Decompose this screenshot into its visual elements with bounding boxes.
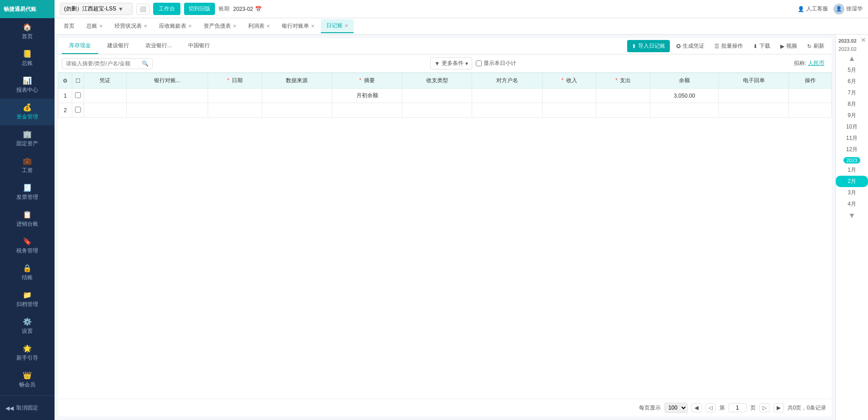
- content-area: 库存现金 建设银行 农业银行... 中国银行 ⬆ 导入日记账: [55, 35, 868, 420]
- tab-ar[interactable]: 应收账龄表 ✕: [154, 20, 197, 33]
- date-panel-close[interactable]: ✕: [861, 36, 866, 44]
- row1-expense: [596, 89, 650, 103]
- tab-journal[interactable]: 日记账 ✕: [321, 19, 354, 33]
- sidebar-item-salary[interactable]: 💼 工资: [0, 152, 55, 179]
- currency-value[interactable]: 人民币: [808, 59, 824, 67]
- filter-button[interactable]: ▼ 更多条件 ▾: [430, 57, 472, 69]
- subtab-cash[interactable]: 库存现金: [62, 38, 98, 54]
- month-9[interactable]: 9月: [836, 110, 868, 121]
- refresh-button[interactable]: ↻ 刷新: [803, 40, 828, 52]
- sidebar-item-tax[interactable]: 🔖 税务管理: [0, 232, 55, 259]
- company-selector[interactable]: (勿删）江西超宝-LSS ▼: [60, 3, 133, 15]
- download-button[interactable]: ⬇ 下载: [749, 40, 774, 52]
- month-7[interactable]: 7月: [836, 87, 868, 99]
- month-2[interactable]: 2月: [836, 176, 868, 187]
- gen-voucher-button[interactable]: ✪ 生成凭证: [673, 40, 708, 52]
- tab-bank-reconcile-label: 银行对账单: [282, 22, 309, 30]
- month-1[interactable]: 1月: [836, 164, 868, 176]
- month-8[interactable]: 8月: [836, 99, 868, 110]
- sidebar-item-home[interactable]: 🏠 首页: [0, 18, 55, 45]
- sidebar-item-reports[interactable]: 📊 报表中心: [0, 72, 55, 99]
- tab-bank-reconcile-close[interactable]: ✕: [311, 24, 314, 29]
- tab-ledger[interactable]: 总账 ✕: [81, 20, 108, 33]
- workspace-button[interactable]: 工作台: [153, 3, 180, 15]
- month-5[interactable]: 5月: [836, 64, 868, 76]
- switch-old-button[interactable]: 切到旧版: [184, 3, 215, 15]
- year-2023[interactable]: 2023: [843, 157, 860, 163]
- sidebar-item-fund[interactable]: 💰 资金管理: [0, 99, 55, 125]
- service-icon: 👤: [798, 6, 804, 12]
- month-6[interactable]: 6月: [836, 76, 868, 87]
- tab-assets-close[interactable]: ✕: [233, 24, 236, 29]
- row1-check[interactable]: [72, 89, 84, 103]
- last-page-button[interactable]: ▶: [773, 403, 784, 412]
- tab-home[interactable]: 首页: [58, 20, 80, 33]
- sidebar-item-guide[interactable]: 🌟 新手引导: [0, 340, 55, 366]
- filter-icon: ▼: [434, 60, 440, 67]
- customer-service[interactable]: 👤 人工客服: [798, 5, 828, 13]
- sidebar-item-archive[interactable]: 📁 归档管理: [0, 286, 55, 313]
- sidebar-item-ledger[interactable]: 📒 总账: [0, 45, 55, 72]
- month-3[interactable]: 3月: [836, 187, 868, 198]
- sidebar-item-invoice[interactable]: 🧾 发票管理: [0, 179, 55, 206]
- tab-journal-close[interactable]: ✕: [344, 23, 348, 28]
- tab-biz-status[interactable]: 经营状况表 ✕: [109, 20, 153, 33]
- video-label: 视频: [786, 42, 797, 50]
- copy-button[interactable]: ⬜: [136, 4, 150, 15]
- row2-source: [262, 103, 332, 118]
- tab-assets[interactable]: 资产负债表 ✕: [198, 20, 242, 33]
- col-balance: 余额: [650, 73, 719, 89]
- sidebar-item-assets[interactable]: 🏢 固定资产: [0, 125, 55, 152]
- first-page-button[interactable]: ◀: [691, 403, 702, 412]
- daily-total-checkbox[interactable]: 显示本日小计: [476, 59, 516, 67]
- video-button[interactable]: ▶ 视频: [777, 40, 801, 52]
- search-input[interactable]: [66, 60, 140, 67]
- sidebar-item-vip[interactable]: 👑 畅会员: [0, 366, 55, 393]
- tab-biz-status-close[interactable]: ✕: [144, 24, 147, 29]
- pagination: 每页显示 100 50 200 ◀ ◁ 第 页 ▷ ▶ 共0页，0条记录: [58, 399, 832, 416]
- sidebar-item-label: 报表中心: [16, 86, 38, 94]
- subtab-construction[interactable]: 建设银行: [100, 38, 136, 54]
- col-settings[interactable]: ⚙: [59, 73, 72, 89]
- sidebar-item-settings[interactable]: ⚙️ 设置: [0, 313, 55, 340]
- subtab-china[interactable]: 中国银行: [181, 38, 217, 54]
- import-journal-button[interactable]: ⬆ 导入日记账: [627, 40, 670, 52]
- row1-bank: [126, 89, 208, 103]
- row2-check[interactable]: [72, 103, 84, 118]
- daily-total-check[interactable]: [476, 60, 482, 66]
- row1-checkbox[interactable]: [75, 92, 81, 98]
- row2-num: 2: [59, 103, 72, 118]
- download-icon: ⬇: [753, 43, 758, 49]
- date-panel-up[interactable]: ▲: [848, 53, 856, 64]
- sidebar-item-purchase-sales[interactable]: 📋 进销台账: [0, 206, 55, 232]
- month-12[interactable]: 12月: [836, 144, 868, 155]
- tab-ar-close[interactable]: ✕: [188, 24, 192, 29]
- month-10[interactable]: 10月: [836, 121, 868, 133]
- sidebar-item-closing[interactable]: 🔒 结账: [0, 259, 55, 286]
- month-11[interactable]: 11月: [836, 133, 868, 144]
- tab-ledger-close[interactable]: ✕: [99, 24, 103, 29]
- row2-checkbox[interactable]: [75, 107, 81, 113]
- month-4[interactable]: 4月: [836, 198, 868, 210]
- date-panel-down[interactable]: ▼: [848, 210, 856, 222]
- batch-ops-button[interactable]: ☰ 批量操作: [711, 40, 747, 52]
- ledger-icon: 📒: [23, 49, 32, 58]
- tab-bank-reconcile[interactable]: 银行对账单 ✕: [276, 20, 320, 33]
- journal-table-container: ⚙ ☐ 凭证 银行对账... 日期: [58, 73, 832, 399]
- guide-icon: 🌟: [23, 344, 32, 353]
- col-check[interactable]: ☐: [72, 73, 84, 89]
- unpin-button[interactable]: ◀◀ 取消固定: [0, 400, 55, 415]
- tab-profit[interactable]: 利润表 ✕: [243, 20, 275, 33]
- search-icon: 🔍: [142, 60, 149, 67]
- tab-profit-close[interactable]: ✕: [266, 24, 270, 29]
- next-page-button[interactable]: ▷: [759, 403, 770, 412]
- subtab-agriculture[interactable]: 农业银行...: [138, 38, 179, 54]
- page-input[interactable]: [728, 403, 747, 412]
- search-box[interactable]: 🔍: [62, 58, 153, 69]
- per-page-select[interactable]: 100 50 200: [664, 403, 688, 413]
- total-records: 共0页，0条记录: [788, 404, 826, 412]
- service-label: 人工客服: [806, 5, 828, 13]
- user-profile[interactable]: 👤 徐湿华: [833, 4, 863, 15]
- prev-page-button[interactable]: ◁: [705, 403, 716, 412]
- date-panel-header2: 2023.02: [836, 45, 868, 53]
